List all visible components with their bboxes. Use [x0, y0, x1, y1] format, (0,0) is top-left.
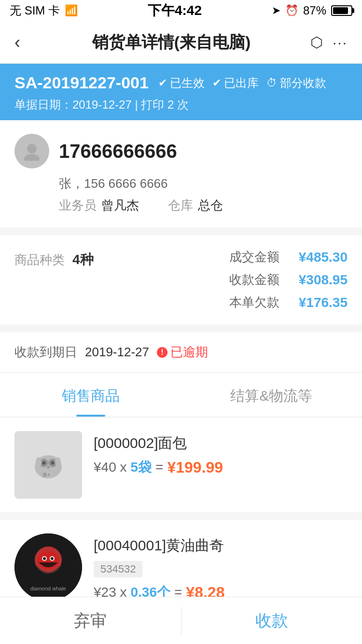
svg-point-18 [43, 557, 46, 560]
page-title: 销货单详情(来自电脑) [43, 31, 299, 54]
svg-point-10 [36, 457, 42, 467]
status-tag-shipped: ✔ 已出库 [212, 75, 259, 91]
product-info-bread: [0000002]面包 ¥40 x 5袋 = ¥199.99 [94, 431, 348, 476]
nav-right-actions: ⬡ ··· [299, 34, 348, 51]
debt-row: 本单欠款 ¥176.35 [229, 294, 348, 311]
svg-point-8 [52, 462, 54, 464]
svg-point-1 [24, 154, 40, 161]
avatar [14, 134, 49, 168]
payment-value: ¥308.95 [299, 272, 348, 288]
bread-qty-highlight: 5袋 [131, 458, 152, 476]
more-icon[interactable]: ··· [333, 34, 348, 51]
product-price-bread: ¥40 x 5袋 = ¥199.99 [94, 458, 348, 476]
product-code-cookie: [00040001]黄油曲奇 [94, 537, 224, 553]
overdue-badge: ! 已逾期 [157, 344, 208, 361]
warehouse-label: 仓库 [168, 197, 193, 214]
financial-summary: 成交金额 ¥485.30 收款金额 ¥308.95 本单欠款 ¥176.35 [229, 249, 348, 311]
category-label: 商品种类 [14, 252, 65, 268]
product-list: 兽+ [0000002]面包 ¥40 x 5袋 = ¥199.99 [0, 418, 362, 615]
check-shipped-icon: ✔ [212, 77, 221, 89]
customer-card: 17666666666 张，156 6666 6666 业务员 曾凡杰 仓库 总… [0, 120, 362, 227]
svg-point-11 [55, 457, 61, 467]
product-thumb-bread: 兽+ [14, 431, 82, 499]
overdue-text: 已逾期 [170, 344, 208, 361]
overdue-dot-icon: ! [157, 347, 167, 358]
status-tag-effective: ✔ 已生效 [158, 75, 205, 91]
svg-point-7 [43, 462, 45, 464]
bread-placeholder: 兽+ [14, 431, 82, 499]
status-partial-label: 部分收款 [280, 75, 326, 91]
status-bar: 无 SIM 卡 📶 下午4:42 ➤ ⏰ 87% [0, 0, 362, 21]
transaction-row: 成交金额 ¥485.30 [229, 249, 348, 266]
warehouse-value: 总仓 [198, 197, 223, 214]
product-name-cookie: [00040001]黄油曲奇 [94, 535, 348, 556]
alarm-icon: ⏰ [285, 4, 298, 17]
status-shipped-label: 已出库 [224, 75, 259, 91]
product-sku-cookie: 534532 [94, 561, 142, 577]
tab-settlement-logistics[interactable]: 结算&物流等 [181, 373, 362, 417]
document-date: 单据日期：2019-12-27 | 打印 2 次 [14, 97, 348, 112]
customer-phone: 17666666666 [59, 140, 177, 162]
salesperson-meta: 业务员 曾凡杰 [59, 197, 139, 214]
header-banner: SA-20191227-001 ✔ 已生效 ✔ 已出库 ⏱ 部分收款 单据日期：… [0, 64, 362, 120]
customer-meta: 业务员 曾凡杰 仓库 总仓 [14, 197, 348, 214]
transaction-value: ¥485.30 [299, 250, 348, 265]
payment-row: 收款金额 ¥308.95 [229, 271, 348, 288]
product-tabs: 销售商品 结算&物流等 [0, 373, 362, 418]
transaction-label: 成交金额 [229, 249, 279, 266]
battery-indicator [331, 5, 352, 16]
bread-price: ¥40 x [94, 460, 127, 475]
debt-label: 本单欠款 [229, 294, 279, 311]
tab-settlement-label: 结算&物流等 [230, 388, 312, 404]
status-time: 下午4:42 [148, 1, 202, 20]
summary-card: 商品种类 4种 成交金额 ¥485.30 收款金额 ¥308.95 本单欠款 ¥… [0, 235, 362, 324]
nav-bar: ‹ 销货单详情(来自电脑) ⬡ ··· [0, 21, 362, 64]
status-left: 无 SIM 卡 📶 [10, 3, 78, 18]
collect-payment-button[interactable]: 收款 [181, 597, 362, 644]
clock-icon: ⏱ [266, 77, 277, 89]
carrier-label: 无 SIM 卡 [10, 3, 60, 18]
back-button[interactable]: ‹ [14, 32, 43, 53]
status-tag-partial-payment: ⏱ 部分收款 [266, 75, 326, 91]
overdue-label: 收款到期日 [14, 344, 77, 361]
check-effective-icon: ✔ [158, 77, 167, 89]
product-thumb-cookie: diamond whale [14, 533, 82, 601]
product-name-bread: [0000002]面包 [94, 433, 348, 453]
bread-equals: = [155, 460, 163, 475]
bread-total: ¥199.99 [167, 459, 223, 476]
category-count: 4种 [72, 251, 94, 269]
debt-value: ¥176.35 [299, 295, 348, 310]
status-effective-label: 已生效 [170, 75, 205, 91]
svg-text:diamond whale: diamond whale [30, 586, 66, 591]
order-id: SA-20191227-001 [14, 73, 149, 92]
tab-sales-products[interactable]: 销售商品 [0, 373, 181, 417]
status-tags: ✔ 已生效 ✔ 已出库 ⏱ 部分收款 [158, 75, 326, 91]
location-icon: ➤ [272, 4, 280, 17]
svg-point-0 [27, 144, 37, 154]
product-code-bread: [0000002]面包 [94, 435, 187, 451]
salesperson-value: 曾凡杰 [101, 197, 139, 214]
svg-point-19 [51, 557, 54, 560]
svg-text:兽+: 兽+ [42, 472, 50, 477]
product-item: 兽+ [0000002]面包 ¥40 x 5袋 = ¥199.99 [0, 418, 362, 512]
banner-top: SA-20191227-001 ✔ 已生效 ✔ 已出库 ⏱ 部分收款 [14, 73, 348, 92]
overdue-date: 2019-12-27 [85, 345, 149, 360]
customer-top: 17666666666 [14, 134, 348, 168]
tab-sales-label: 销售商品 [62, 388, 120, 404]
product-info-cookie: [00040001]黄油曲奇 534532 ¥23 x 0.36个 = ¥8.2… [94, 533, 348, 602]
salesperson-label: 业务员 [59, 197, 97, 214]
share-icon[interactable]: ⬡ [310, 34, 323, 51]
warehouse-meta: 仓库 总仓 [168, 197, 223, 214]
payment-label: 收款金额 [229, 271, 279, 288]
status-right: ➤ ⏰ 87% [272, 4, 352, 17]
wifi-icon: 📶 [65, 4, 78, 17]
bottom-bar: 弃审 收款 [0, 597, 362, 644]
battery-label: 87% [303, 4, 326, 17]
category-info: 商品种类 4种 [14, 249, 94, 269]
cancel-review-button[interactable]: 弃审 [0, 597, 181, 644]
customer-name-phone: 张，156 6666 6666 [14, 175, 348, 192]
overdue-bar: 收款到期日 2019-12-27 ! 已逾期 [0, 332, 362, 373]
